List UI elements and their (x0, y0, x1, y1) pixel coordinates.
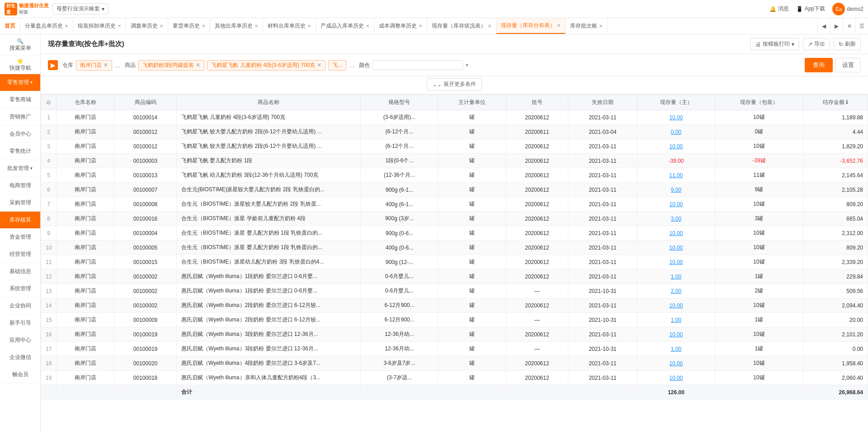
sidebar-item-wholesale[interactable]: 批发管理 ▼ (0, 160, 40, 177)
row-qty-main[interactable]: 10.00 (637, 255, 715, 269)
remove-product-2-icon[interactable]: ✕ (317, 62, 321, 68)
row-qty-main[interactable]: 1.00 (637, 269, 715, 284)
tab-close-icon[interactable]: ✕ (307, 24, 311, 28)
sidebar-item-system[interactable]: 系统管理 (0, 280, 40, 297)
tab-pi-ci[interactable]: 库存批次账 ✕ (566, 18, 608, 34)
row-qty-main[interactable]: 10.00 (637, 241, 715, 255)
tab-zu-chai[interactable]: 组装拆卸单历史 ✕ (73, 18, 126, 34)
row-qty-main[interactable]: 1.00 (637, 342, 715, 356)
tab-menu-btn[interactable]: ☰ (855, 18, 868, 34)
tab-xian-cun-2[interactable]: 现存量（库存分布表） ✕ (496, 18, 566, 34)
sidebar-nav[interactable]: ⭐ 快捷导航 (0, 56, 40, 74)
sidebar-item-ecommerce[interactable]: 电商管理 (0, 177, 40, 194)
tab-home[interactable]: 首页 (0, 18, 20, 34)
sidebar-item-purchase[interactable]: 采购管理 (0, 194, 40, 212)
product-tag-2[interactable]: 飞鹤星飞帆 儿童奶粉 4段(3-6岁适用) 700克 ✕ (207, 60, 326, 71)
color-dropdown-icon[interactable]: ▾ (466, 62, 468, 68)
product-more-value: 飞... (332, 61, 342, 69)
row-qty-main[interactable]: 0.00 (637, 125, 715, 139)
query-button[interactable]: 查询 (805, 58, 833, 72)
product-tag-1[interactable]: 飞鹤奶粉3段丙罐提装 ✕ (138, 60, 205, 71)
tab-xian-cun-1[interactable]: 现存量（库存状况表） ✕ (427, 18, 496, 34)
remove-product-1-icon[interactable]: ✕ (196, 62, 200, 68)
row-qty-main[interactable]: 10.00 (637, 139, 715, 154)
warehouse-more-btn[interactable]: ... (115, 61, 120, 69)
row-unit: 罐 (438, 110, 506, 125)
refresh-btn[interactable]: ↻ 刷新 (834, 38, 861, 50)
sidebar-item-basic[interactable]: 基础信息 (0, 263, 40, 280)
tab-diao-bo[interactable]: 调拨单历史 ✕ (126, 18, 168, 34)
row-batch: 20200612 (506, 168, 568, 183)
org-select[interactable]: 母婴行业演示账套 ▾ (52, 3, 108, 14)
sidebar-item-wechat[interactable]: 企业微信 (0, 349, 40, 366)
row-amount: 809.20 (803, 241, 868, 255)
col-settings[interactable]: ⚙ (41, 95, 57, 110)
warehouse-tag[interactable]: 南岸门店 ✕ (76, 60, 112, 71)
main-layout: 🔍 搜索菜单 ⭐ 快捷导航 零售管理 ▼ 零售商城 营销推广 会员中心 零售统计… (0, 34, 868, 434)
tab-close-icon[interactable]: ✕ (255, 24, 258, 28)
tab-close-btn[interactable]: ✕ (843, 18, 855, 34)
row-qty-main[interactable]: 3.00 (637, 212, 715, 226)
sidebar-item-finance[interactable]: 资金管理 (0, 229, 40, 246)
sidebar-search[interactable]: 🔍 搜索菜单 (0, 34, 40, 56)
expand-filter-btn[interactable]: ▶ (48, 60, 58, 70)
sidebar-item-operations[interactable]: 经营管理 (0, 246, 40, 263)
settings-button[interactable]: 设置 (835, 58, 861, 72)
tab-close-icon[interactable]: ✕ (488, 24, 491, 28)
row-qty-main[interactable]: 10.00 (637, 356, 715, 371)
message-btn[interactable]: 🔔 消息 (769, 5, 789, 13)
sidebar-item-guide[interactable]: 新手引导 (0, 315, 40, 332)
row-qty-main[interactable]: 9.00 (637, 183, 715, 197)
tab-close-icon[interactable]: ✕ (557, 23, 561, 28)
data-table: ⚙ 仓库名称 商品编码 商品名称 规格型号 主计量单位 批号 失效日期 现存量（… (41, 94, 868, 400)
tab-close-icon[interactable]: ✕ (202, 24, 205, 28)
tab-chan-pin[interactable]: 产成品入库单历史 ✕ (316, 18, 374, 34)
row-spec: 6-12月900... (361, 313, 438, 327)
row-qty-main[interactable]: 10.00 (637, 327, 715, 342)
table-row: 19 南岸门店 00100018 惠氏启赋（Wyeth illuma）亲和人体儿… (41, 371, 868, 385)
user-avatar[interactable]: Ea demo2 (832, 3, 863, 15)
tab-close-icon[interactable]: ✕ (118, 24, 121, 28)
expand-more-btn[interactable]: ⌄⌄ 展开更多条件 (427, 78, 482, 90)
tab-close-icon[interactable]: ✕ (160, 24, 163, 28)
row-qty-main[interactable]: 10.00 (637, 226, 715, 241)
tab-cheng-ben[interactable]: 成本调整单历史 ✕ (374, 18, 427, 34)
tab-close-icon[interactable]: ✕ (419, 24, 422, 28)
sidebar-item-retail-mall[interactable]: 零售商城 (0, 91, 40, 108)
tab-next-btn[interactable]: ▶ (830, 18, 843, 34)
row-qty-main[interactable]: 1.00 (637, 313, 715, 327)
settings-col-icon[interactable]: ⚙ (46, 99, 51, 106)
sidebar-item-retail[interactable]: 零售管理 ▼ (0, 74, 40, 91)
sidebar-item-inventory[interactable]: 库存核算 (0, 212, 40, 229)
row-qty-main[interactable]: 10.00 (637, 371, 715, 385)
row-qty-main[interactable]: 10.00 (637, 197, 715, 212)
tab-close-icon[interactable]: ✕ (366, 24, 369, 28)
sidebar-item-marketing[interactable]: 营销推广 (0, 108, 40, 126)
product-more-btn[interactable]: ... (349, 61, 354, 69)
tab-qi-ta-chu[interactable]: 其他出库单历史 ✕ (210, 18, 263, 34)
row-qty-main[interactable]: 10.00 (637, 110, 715, 125)
tab-yao-huo[interactable]: 要货单历史 ✕ (168, 18, 210, 34)
export-btn[interactable]: ↗ 导出 (803, 38, 830, 50)
sidebar-item-member2[interactable]: 畅会员 (0, 366, 40, 383)
tab-fen-pan[interactable]: 分量盘点单历史 ✕ (20, 18, 73, 34)
print-label: 按模板打印 (763, 40, 790, 48)
remove-warehouse-icon[interactable]: ✕ (104, 62, 108, 68)
sidebar-item-member[interactable]: 会员中心 (0, 126, 40, 143)
color-input[interactable] (373, 60, 463, 70)
row-qty-main[interactable]: 10.00 (637, 298, 715, 313)
sidebar-item-enterprise[interactable]: 企业协同 (0, 297, 40, 315)
logo-icon: 好生意 (5, 3, 17, 15)
sidebar-item-retail-stats[interactable]: 零售统计 (0, 143, 40, 160)
product-tag-more[interactable]: 飞... (328, 60, 346, 71)
print-btn[interactable]: 🖨 按模板打印 ▾ (750, 38, 799, 50)
sidebar-item-app-center[interactable]: 应用中心 (0, 332, 40, 349)
app-download-btn[interactable]: 📱 App下载 (796, 5, 825, 13)
tab-prev-btn[interactable]: ◀ (817, 18, 830, 34)
row-number: 11 (41, 255, 57, 269)
row-qty-main[interactable]: 2.00 (637, 284, 715, 298)
row-qty-main[interactable]: 11.00 (637, 168, 715, 183)
tab-close-icon[interactable]: ✕ (599, 24, 603, 28)
tab-cai-liao[interactable]: 材料出库单历史 ✕ (263, 18, 316, 34)
tab-close-icon[interactable]: ✕ (65, 24, 68, 28)
